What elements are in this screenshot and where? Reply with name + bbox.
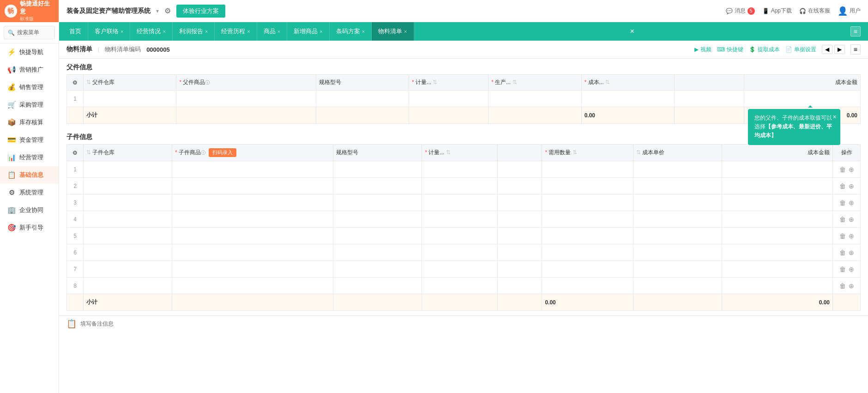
experience-btn[interactable]: 体验行业方案 <box>176 5 225 18</box>
child-row1-uprice[interactable] <box>633 161 722 178</box>
copy-icon[interactable]: ⊕ <box>849 182 854 190</box>
child-gear-icon[interactable]: ⚙ <box>72 150 78 156</box>
sidebar-item-guide[interactable]: 🎯 新手引导 <box>0 219 59 236</box>
child-row2-unit[interactable] <box>422 178 498 194</box>
delete-icon[interactable]: 🗑 <box>839 182 846 190</box>
tab-customer[interactable]: 客户联络 × <box>88 22 130 41</box>
sidebar-item-marketing[interactable]: 📢 营销推广 <box>0 61 59 79</box>
delete-icon[interactable]: 🗑 <box>839 232 846 240</box>
child-row1-product[interactable] <box>172 161 333 178</box>
sidebar-item-purchase[interactable]: 🛒 采购管理 <box>0 96 59 114</box>
child-row1-spec[interactable] <box>333 161 422 178</box>
child-row2-uprice[interactable] <box>633 178 722 194</box>
copy-icon[interactable]: ⊕ <box>849 266 854 273</box>
copy-icon[interactable]: ⊕ <box>849 166 854 173</box>
doc-settings-btn[interactable]: 📄 单据设置 <box>785 46 816 54</box>
sidebar-item-operations[interactable]: 📊 经营管理 <box>0 149 59 166</box>
user-btn[interactable]: 👤 用户 <box>838 6 861 16</box>
next-btn[interactable]: ▶ <box>834 45 845 54</box>
tab-goods-close[interactable]: × <box>277 29 280 34</box>
tab-operations-status-close[interactable]: × <box>163 29 165 34</box>
tab-bom[interactable]: 物料清单 × <box>372 22 414 41</box>
tab-history[interactable]: 经营历程 × <box>215 22 257 41</box>
copy-icon[interactable]: ⊕ <box>849 216 854 223</box>
tab-list-icon[interactable]: ≡ <box>850 26 861 36</box>
settings-gear-icon[interactable]: ⚙ <box>164 6 171 15</box>
sidebar-item-sales[interactable]: 💰 销售管理 <box>0 79 59 96</box>
search-menu-button[interactable]: 🔍 搜索菜单 <box>4 26 55 39</box>
page-content: 物料清单 | 物料清单编码 0000005 ▶ 视频 ⌨ 快捷键 💲 提取成本 … <box>59 41 868 393</box>
extract-cost-btn[interactable]: 💲 提取成本 <box>749 46 780 54</box>
parent-production-cell[interactable] <box>488 91 581 107</box>
parent-gear-icon[interactable]: ⚙ <box>72 79 78 86</box>
copy-icon[interactable]: ⊕ <box>849 232 854 240</box>
delete-icon[interactable]: 🗑 <box>839 249 846 256</box>
delete-icon[interactable]: 🗑 <box>839 166 846 173</box>
parent-warehouse-cell[interactable] <box>84 91 176 107</box>
child-row2-warehouse[interactable] <box>84 178 172 194</box>
table-row: 5 🗑⊕ <box>67 228 861 244</box>
tab-operations-status[interactable]: 经营情况 × <box>130 22 172 41</box>
parent-unit-cell[interactable] <box>409 91 488 107</box>
sidebar-item-finance[interactable]: 💳 资金管理 <box>0 131 59 149</box>
child-row1-unit[interactable] <box>422 161 498 178</box>
child-row1-qty[interactable] <box>542 161 633 178</box>
nav-tabs: 首页 客户联络 × 经营情况 × 利润报告 × 经营历程 × 商品 × 新增商品… <box>59 22 868 41</box>
copy-icon[interactable]: ⊕ <box>849 249 854 256</box>
tab-bom-close[interactable]: × <box>404 29 407 34</box>
parent-product-cell[interactable] <box>176 91 316 107</box>
sidebar-nav: ⚡ 快捷导航 📢 营销推广 💰 销售管理 🛒 采购管理 📦 库存核算 💳 资金管… <box>0 43 59 236</box>
tab-home[interactable]: 首页 <box>63 22 88 41</box>
close-all-tabs-btn[interactable]: × <box>626 27 638 36</box>
sidebar-item-enterprise[interactable]: 🏢 企业协同 <box>0 201 59 219</box>
shortcut-btn[interactable]: ⌨ 快捷键 <box>717 46 743 54</box>
sidebar-item-label-system: 系统管理 <box>19 188 43 197</box>
sidebar-item-quick-nav[interactable]: ⚡ 快捷导航 <box>0 43 59 61</box>
tab-barcode-close[interactable]: × <box>362 29 365 34</box>
tab-profit[interactable]: 利润报告 × <box>173 22 215 41</box>
child-row2-qty[interactable] <box>542 178 633 194</box>
sidebar-item-basic[interactable]: 📋 基础信息 <box>0 166 59 184</box>
delete-icon[interactable]: 🗑 <box>839 282 846 290</box>
view-options-btn[interactable]: ≡ <box>850 44 861 54</box>
app-download-btn[interactable]: 📱 App下载 <box>762 7 792 15</box>
delete-icon[interactable]: 🗑 <box>839 216 846 223</box>
tab-new-goods-close[interactable]: × <box>319 29 322 34</box>
message-btn[interactable]: 💬 消息 5 <box>726 7 755 15</box>
sidebar-item-label-marketing: 营销推广 <box>19 66 43 74</box>
online-service-btn[interactable]: 🎧 在线客服 <box>799 7 830 15</box>
tab-history-label: 经营历程 <box>221 27 245 36</box>
message-label: 消息 <box>735 7 746 15</box>
parent-cost-cell[interactable] <box>581 91 674 107</box>
video-icon: ▶ <box>694 46 699 53</box>
child-row2-spec[interactable] <box>333 178 422 194</box>
tab-goods[interactable]: 商品 × <box>257 22 287 41</box>
tab-barcode[interactable]: 条码方案 × <box>330 22 372 41</box>
delete-icon[interactable]: 🗑 <box>839 266 846 273</box>
logo-name: 畅捷通好生意 <box>20 0 54 16</box>
child-row2-product[interactable] <box>172 178 333 194</box>
tab-new-goods[interactable]: 新增商品 × <box>287 22 329 41</box>
basic-icon: 📋 <box>7 171 16 179</box>
parent-spec-cell[interactable] <box>316 91 409 107</box>
child-section-title: 子件信息 <box>59 128 868 144</box>
copy-icon[interactable]: ⊕ <box>849 282 854 290</box>
page-breadcrumb: 物料清单 <box>66 45 92 54</box>
copy-icon[interactable]: ⊕ <box>849 199 854 206</box>
tooltip-close-btn[interactable]: × <box>833 112 837 122</box>
parent-warehouse-sort-icon: ⇅ <box>86 79 91 85</box>
tab-history-close[interactable]: × <box>247 29 250 34</box>
delete-icon[interactable]: 🗑 <box>839 199 846 206</box>
tab-customer-close[interactable]: × <box>121 29 123 34</box>
view-video-btn[interactable]: ▶ 视频 <box>694 46 711 54</box>
sidebar-item-inventory[interactable]: 📦 库存核算 <box>0 114 59 131</box>
dropdown-arrow-icon[interactable]: ▾ <box>156 8 159 14</box>
headset-icon: 🎧 <box>799 8 806 14</box>
topbar: 装备及固定资产辅助管理系统 ▾ ⚙ 体验行业方案 💬 消息 5 📱 App下载 … <box>59 0 868 22</box>
child-row1-warehouse[interactable] <box>84 161 172 178</box>
prev-btn[interactable]: ◀ <box>822 45 832 54</box>
tab-profit-close[interactable]: × <box>205 29 208 34</box>
sidebar-item-label-guide: 新手引导 <box>19 224 43 232</box>
scan-input-btn[interactable]: 扫码录入 <box>209 148 236 157</box>
sidebar-item-system[interactable]: ⚙ 系统管理 <box>0 184 59 201</box>
